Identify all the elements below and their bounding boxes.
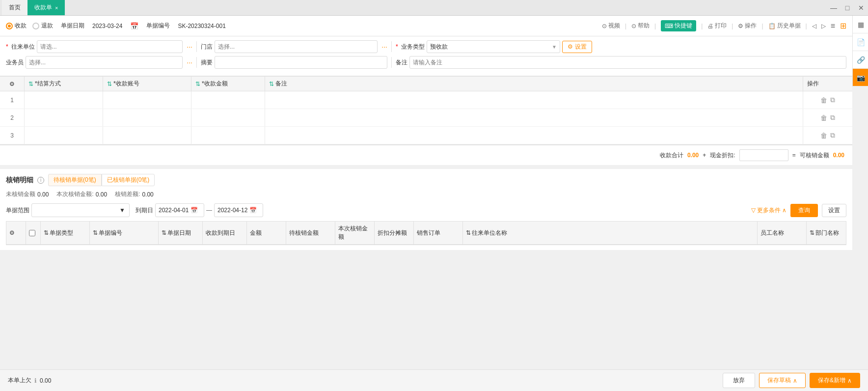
staff-input[interactable] bbox=[26, 56, 183, 69]
tab-home[interactable]: 首页 bbox=[2, 0, 27, 15]
range-select[interactable]: ▼ bbox=[31, 203, 130, 217]
select-all-checkbox[interactable] bbox=[29, 230, 35, 236]
net-value: 0.00 bbox=[833, 152, 844, 159]
row3-copy-icon[interactable]: ⧉ bbox=[830, 131, 835, 140]
date-to-picker[interactable]: 2022-04-12 📅 bbox=[214, 203, 263, 217]
th-remark: ⇅ 备注 bbox=[265, 77, 803, 91]
settings-button[interactable]: ⚙ 设置 bbox=[562, 41, 592, 53]
abstract-input[interactable] bbox=[215, 56, 387, 69]
pending-tab[interactable]: 待核销单据(0笔) bbox=[48, 174, 102, 186]
row1-account[interactable] bbox=[103, 91, 191, 109]
row1-copy-icon[interactable]: ⧉ bbox=[830, 96, 835, 104]
section-header: 核销明细 i 待核销单据(0笔) 已核销单据(0笔) bbox=[6, 174, 846, 186]
sidebar-doc-icon[interactable]: 📄 bbox=[853, 33, 868, 51]
remark-input[interactable] bbox=[409, 56, 846, 69]
sidebar-table-icon[interactable]: ▦ bbox=[853, 16, 868, 33]
row1-settlement[interactable] bbox=[25, 91, 103, 109]
filter-settings-button[interactable]: 设置 bbox=[822, 204, 846, 217]
abstract-field: 摘要 bbox=[201, 56, 387, 69]
help-action[interactable]: ⊙ 帮助 bbox=[631, 22, 650, 30]
more-conditions-btn[interactable]: ▽ 更多条件 ∧ bbox=[751, 206, 787, 215]
sort-icon-date[interactable]: ⇅ bbox=[162, 229, 166, 236]
plus-sign: + bbox=[703, 152, 706, 159]
th-remark-label: 备注 bbox=[275, 80, 287, 88]
th-gear[interactable]: ⚙ bbox=[0, 77, 25, 91]
row2-remark[interactable] bbox=[265, 109, 803, 126]
row3-settlement[interactable] bbox=[25, 127, 103, 144]
bth-current-label: 本次核销金额 bbox=[338, 224, 371, 241]
print-action[interactable]: 🖨 打印 bbox=[707, 22, 727, 30]
done-tab[interactable]: 已核销单据(0笔) bbox=[102, 174, 155, 186]
btype-select[interactable]: 预收款 ▼ bbox=[427, 40, 560, 53]
sort-icon-company[interactable]: ⇅ bbox=[466, 229, 471, 236]
per-entry-info-icon[interactable]: ℹ bbox=[34, 377, 37, 384]
sort-icon-type[interactable]: ⇅ bbox=[44, 229, 49, 236]
bth-checkbox[interactable] bbox=[26, 222, 41, 244]
date-separator: — bbox=[206, 207, 212, 214]
layout-action-1[interactable]: ◁ bbox=[812, 23, 816, 29]
row2-amount[interactable] bbox=[191, 109, 265, 126]
tab-current[interactable]: 收款单 × bbox=[27, 0, 65, 15]
operations-label: 操作 bbox=[745, 22, 757, 30]
section-info-icon[interactable]: i bbox=[37, 177, 44, 184]
btype-value: 预收款 bbox=[430, 43, 448, 51]
shortcut-action[interactable]: ⌨ 快捷键 bbox=[661, 20, 696, 31]
row1-remark[interactable] bbox=[265, 91, 803, 109]
row2-copy-icon[interactable]: ⧉ bbox=[830, 113, 835, 122]
staff-more-btn[interactable]: ··· bbox=[187, 58, 192, 66]
layout-action-2[interactable]: ▷ bbox=[821, 23, 826, 29]
sort-icon-1[interactable]: ⇅ bbox=[107, 81, 112, 87]
settings-gear-icon: ⚙ bbox=[568, 43, 573, 50]
counterpart-more-btn[interactable]: ··· bbox=[187, 43, 192, 51]
tab-pills: 待核销单据(0笔) 已核销单据(0笔) bbox=[48, 174, 155, 186]
history-action[interactable]: 📋 历史单据 bbox=[768, 22, 801, 30]
sort-icon-num[interactable]: ⇅ bbox=[93, 229, 98, 236]
store-input[interactable] bbox=[215, 40, 378, 53]
counterpart-input[interactable] bbox=[37, 40, 183, 53]
save-draft-button[interactable]: 保存草稿 ∧ bbox=[759, 373, 806, 388]
discount-input[interactable] bbox=[739, 149, 788, 161]
sidebar-screenshot-icon[interactable]: 📷 bbox=[853, 69, 868, 86]
tab-close-icon[interactable]: × bbox=[55, 5, 58, 11]
bth-gear[interactable]: ⚙ bbox=[6, 222, 26, 244]
row3-account[interactable] bbox=[103, 127, 191, 144]
close-button[interactable]: ✕ bbox=[856, 3, 866, 13]
video-action[interactable]: ⊙ 视频 bbox=[602, 22, 620, 30]
row3-amount[interactable] bbox=[191, 127, 265, 144]
counterpart-field: * 往来单位 ··· bbox=[6, 40, 192, 53]
receipt-radio[interactable]: 收款 bbox=[6, 22, 27, 30]
calendar-icon[interactable]: 📅 bbox=[130, 22, 138, 30]
operations-action[interactable]: ⚙ 操作 bbox=[738, 22, 757, 30]
row1-amount[interactable] bbox=[191, 91, 265, 109]
sort-icon-dept[interactable]: ⇅ bbox=[810, 229, 814, 236]
uncancelled-value: 0.00 bbox=[37, 191, 49, 198]
date-label: 单据日期 bbox=[61, 22, 84, 30]
minimize-button[interactable]: — bbox=[829, 3, 839, 13]
sort-icon-0[interactable]: ⇅ bbox=[28, 81, 33, 87]
row3-delete-icon[interactable]: 🗑 bbox=[820, 132, 827, 140]
table-header: ⚙ ⇅ *结算方式 ⇅ *收款账号 ⇅ *收款金额 ⇅ 备注 操作 bbox=[0, 77, 852, 91]
bth-amount-label: 金额 bbox=[250, 229, 262, 237]
uncancelled-label: 未核销金额 bbox=[6, 190, 35, 198]
layout-action-3[interactable]: ≡ bbox=[831, 22, 835, 30]
row2-delete-icon[interactable]: 🗑 bbox=[820, 114, 827, 122]
bth-pending-label: 待核销金额 bbox=[289, 229, 319, 237]
discard-button[interactable]: 放弃 bbox=[723, 373, 755, 388]
save-new-button[interactable]: 保存&新增 ∧ bbox=[810, 373, 860, 388]
sidebar-link-icon[interactable]: 🔗 bbox=[853, 51, 868, 69]
date-from-picker[interactable]: 2022-04-01 📅 bbox=[155, 203, 204, 217]
row1-delete-icon[interactable]: 🗑 bbox=[820, 96, 827, 104]
divider-3 bbox=[196, 57, 197, 68]
layout-action-4[interactable]: ⊞ bbox=[840, 21, 846, 30]
store-more-btn[interactable]: ··· bbox=[381, 43, 387, 51]
sort-icon-2[interactable]: ⇅ bbox=[195, 81, 200, 87]
sep4: | bbox=[732, 23, 733, 29]
refund-radio[interactable]: 退款 bbox=[32, 22, 53, 30]
query-button[interactable]: 查询 bbox=[790, 204, 818, 217]
row3-remark[interactable] bbox=[265, 127, 803, 144]
row2-settlement[interactable] bbox=[25, 109, 103, 126]
bth-due: 收款到期日 bbox=[203, 222, 247, 244]
sort-icon-3[interactable]: ⇅ bbox=[269, 81, 274, 87]
row2-account[interactable] bbox=[103, 109, 191, 126]
maximize-button[interactable]: □ bbox=[842, 3, 852, 13]
